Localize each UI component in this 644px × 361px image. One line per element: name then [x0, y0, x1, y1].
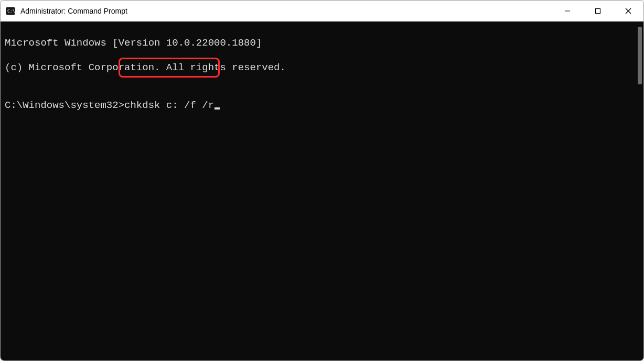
text-cursor: [214, 107, 220, 110]
terminal-command[interactable]: chkdsk c: /f /r: [124, 100, 214, 111]
terminal-output: Microsoft Windows [Version 10.0.22000.18…: [1, 21, 636, 360]
window-title: Administrator: Command Prompt: [20, 7, 552, 15]
close-icon: [625, 7, 632, 15]
terminal-prompt-line: C:\Windows\system32>chkdsk c: /f /r: [5, 100, 220, 112]
terminal-line: Microsoft Windows [Version 10.0.22000.18…: [5, 37, 632, 50]
maximize-icon: [594, 7, 602, 15]
maximize-button[interactable]: [583, 1, 613, 21]
app-icon: C:\: [6, 6, 15, 16]
window: C:\ Administrator: Command Prompt: [0, 0, 644, 361]
svg-rect-4: [596, 9, 600, 14]
scrollbar-thumb[interactable]: [638, 27, 642, 84]
svg-text:C:\: C:\: [7, 9, 15, 14]
window-controls: [552, 1, 643, 21]
terminal-prompt: C:\Windows\system32>: [5, 100, 124, 111]
terminal-area[interactable]: Microsoft Windows [Version 10.0.22000.18…: [1, 21, 643, 360]
titlebar[interactable]: C:\ Administrator: Command Prompt: [1, 1, 643, 21]
minimize-icon: [564, 7, 571, 15]
vertical-scrollbar[interactable]: [636, 21, 643, 360]
close-button[interactable]: [613, 1, 643, 21]
minimize-button[interactable]: [552, 1, 583, 21]
terminal-line: (c) Microsoft Corporation. All rights re…: [5, 62, 632, 74]
